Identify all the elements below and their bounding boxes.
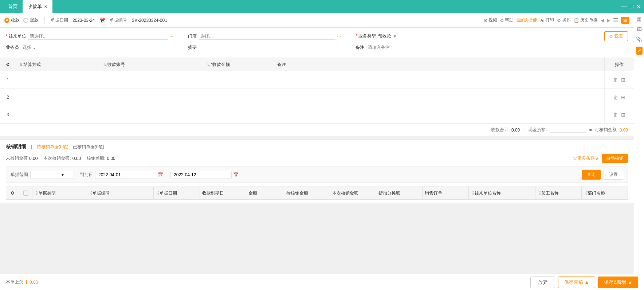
staff-input[interactable]	[21, 44, 168, 51]
save-new-dropdown-icon[interactable]: ▲	[628, 279, 632, 285]
refund-radio[interactable]: 退款	[23, 17, 39, 23]
shop-more-btn[interactable]: ···	[337, 34, 341, 39]
list-view-icon[interactable]: ☰	[613, 17, 618, 24]
tab-home[interactable]: 首页	[3, 0, 23, 13]
footer-left: 本单上欠 ℹ 0.00	[6, 279, 38, 285]
bth-no: ▲▼ 单据编号	[87, 187, 154, 199]
td-settlement-2[interactable]	[16, 89, 100, 106]
copy-row-2-icon[interactable]: ⊞	[621, 94, 625, 100]
operations-btn[interactable]: ⚙ 操作	[557, 17, 571, 23]
footer-label: 本单上欠	[6, 279, 23, 285]
cal-to-icon[interactable]: 📅	[233, 172, 239, 177]
footer-info-icon[interactable]: ℹ	[25, 279, 27, 285]
td-settlement-1[interactable]	[16, 71, 100, 88]
cal-from-icon[interactable]: 📅	[158, 172, 163, 177]
uncancelled-label: 未核销金额	[6, 155, 28, 161]
td-settlement-3[interactable]	[16, 106, 100, 123]
row-num-3: 3	[7, 112, 9, 117]
filter-settings-btn[interactable]: 设置	[604, 170, 623, 180]
abstract-label: 摘要	[188, 44, 197, 51]
bth-settings[interactable]: ⚙	[6, 187, 19, 199]
td-remarks-3[interactable]	[274, 106, 605, 123]
delete-row-3-icon[interactable]: 🗑	[613, 112, 618, 118]
range-select[interactable]: ▼	[30, 171, 74, 179]
next-icon[interactable]: ▶	[607, 18, 610, 23]
net-label: 可核销金额	[595, 127, 617, 133]
shop-input[interactable]	[199, 33, 335, 40]
bth-check[interactable]	[19, 187, 32, 199]
print-btn[interactable]: 🖨 打印	[540, 17, 554, 23]
auto-cancel-btn[interactable]: 自动核销	[602, 154, 628, 163]
delete-row-1-icon[interactable]: 🗑	[613, 77, 618, 83]
td-actions-3: 🗑 ⊞	[605, 106, 634, 123]
bth-due: 收款到期日	[200, 187, 246, 199]
filter-buttons: 查询 设置	[582, 170, 623, 180]
row-num-2: 2	[7, 95, 9, 100]
help-btn[interactable]: ⊙ 帮助	[500, 17, 514, 23]
td-account-3[interactable]	[100, 106, 204, 123]
td-amount-2[interactable]	[203, 89, 274, 106]
pending-tag[interactable]: 待核销单据(0笔)	[37, 144, 68, 150]
verified-tag[interactable]: 已核销单据(0笔)	[73, 144, 105, 150]
bth-partner-label: 往来单位名称	[475, 190, 501, 196]
th-settings[interactable]: ⚙	[0, 58, 16, 71]
tab-bar: 首页 收款单 ✕ — □ ✕	[0, 0, 644, 13]
sidebar-attachment-icon[interactable]: 📎	[636, 36, 642, 42]
minimize-icon[interactable]: —	[621, 3, 627, 10]
date-dash: —	[165, 172, 169, 177]
td-account-2[interactable]	[100, 89, 204, 106]
draft-btn-label: 保存草稿	[564, 279, 583, 286]
shortcut-btn[interactable]: ⌨ 快捷键	[517, 17, 537, 23]
verify-title: 核销明细	[6, 144, 26, 150]
calendar-icon[interactable]: 📅	[99, 17, 105, 23]
save-new-btn[interactable]: 保存&新增 ▲	[598, 277, 638, 288]
partner-more-btn[interactable]: ···	[169, 34, 173, 39]
abandon-btn[interactable]: 放弃	[530, 277, 555, 288]
check-all-checkbox[interactable]	[23, 191, 28, 196]
close-icon[interactable]: ✕	[636, 3, 641, 10]
staff-more-btn[interactable]: ···	[169, 45, 173, 50]
tab-close-icon[interactable]: ✕	[44, 4, 47, 9]
tab-receipt[interactable]: 收款单 ✕	[23, 0, 52, 13]
date-from-input[interactable]	[95, 171, 156, 179]
copy-row-1-icon[interactable]: ⊞	[621, 77, 625, 83]
tab-receipt-label: 收款单	[28, 3, 42, 10]
business-type-dropdown-icon[interactable]: ▼	[393, 34, 397, 39]
verify-stats: 未核销金额 0.00 本次核销金额: 0.00 核销差额: 0.00 ▽ 更多条…	[6, 154, 628, 163]
delete-row-2-icon[interactable]: 🗑	[613, 94, 618, 100]
remark-input[interactable]	[366, 44, 628, 51]
abstract-input[interactable]	[199, 44, 341, 51]
net-value: 0.00	[620, 128, 628, 133]
sidebar-expand-icon[interactable]: ⤢	[636, 47, 643, 55]
discount-input[interactable]	[550, 127, 586, 133]
maximize-icon[interactable]: □	[630, 3, 633, 10]
copy-row-3-icon[interactable]: ⊞	[621, 112, 625, 118]
draft-dropdown-icon[interactable]: ▲	[585, 279, 589, 285]
business-type-label: 业务类型	[356, 33, 376, 39]
td-account-1[interactable]	[100, 71, 204, 88]
td-remarks-2[interactable]	[274, 89, 605, 106]
query-btn[interactable]: 查询	[582, 170, 601, 180]
sidebar-image-icon[interactable]: 🖼	[637, 26, 642, 32]
td-actions-2: 🗑 ⊞	[605, 89, 634, 106]
td-remarks-1[interactable]	[274, 71, 605, 88]
partner-input[interactable]	[28, 33, 168, 40]
video-btn[interactable]: ⊙ 视频	[484, 17, 497, 23]
date-to-input[interactable]	[170, 171, 232, 179]
prev-icon[interactable]: ◀	[601, 18, 604, 23]
date-range: 📅 — 📅	[95, 171, 239, 179]
settings-button[interactable]: ⚙ 设置	[604, 31, 628, 41]
th-account-label: 收款账号	[107, 62, 125, 68]
business-type-value: 预收款	[378, 33, 391, 39]
history-btn[interactable]: 📋 历史单据	[574, 17, 598, 23]
verify-info-icon[interactable]: ℹ	[31, 144, 32, 150]
grid-view-icon[interactable]: ⊞	[621, 17, 629, 24]
sidebar-table-icon[interactable]: ▦	[637, 16, 641, 22]
draft-btn[interactable]: 保存草稿 ▲	[558, 277, 596, 288]
td-amount-1[interactable]	[203, 71, 274, 88]
more-conditions-btn[interactable]: ▽ 更多条件 ∧	[573, 155, 599, 161]
th-remarks: 备注	[274, 58, 605, 71]
receipt-radio[interactable]: 收款	[4, 17, 20, 23]
td-amount-3[interactable]	[203, 106, 274, 123]
form-area: 往来单位 ··· 门店 ··· 业务类型 预收款 ▼ ⚙ 设置	[0, 28, 634, 58]
